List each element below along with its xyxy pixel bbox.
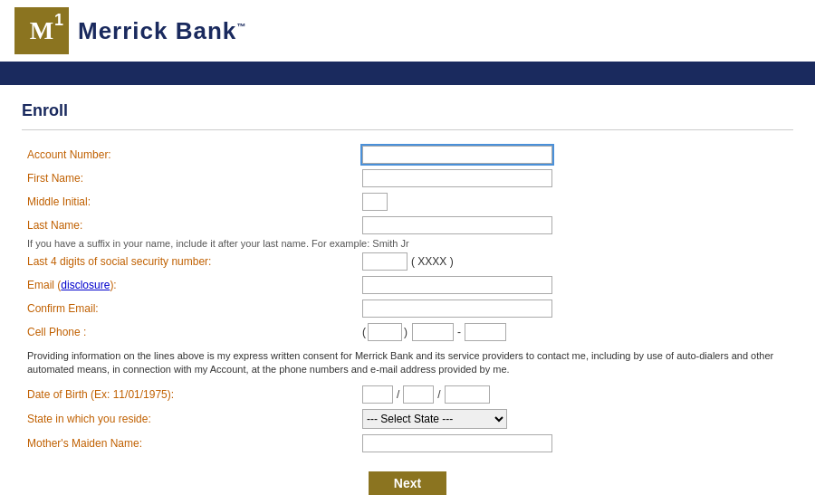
main-content: Enroll Account Number: First Name: Middl… — [0, 85, 815, 504]
next-button-row: Next — [22, 455, 793, 504]
state-label: State in which you reside: — [22, 406, 357, 432]
middle-initial-label: Middle Initial: — [22, 190, 357, 214]
dob-slash2: / — [437, 388, 440, 401]
middle-initial-input[interactable] — [362, 193, 388, 211]
maiden-name-cell — [357, 432, 793, 455]
dob-day-input[interactable] — [403, 385, 434, 404]
ssn-hint: ( XXXX ) — [411, 255, 454, 268]
account-number-row: Account Number: — [22, 143, 793, 166]
phone-area-input[interactable] — [368, 323, 402, 341]
ssn-cell: ( XXXX ) — [357, 250, 793, 273]
maiden-name-label: Mother's Maiden Name: — [22, 432, 357, 455]
logo-1-number: 1 — [54, 11, 63, 30]
confirm-email-input[interactable] — [362, 300, 552, 318]
dob-year-input[interactable] — [445, 385, 490, 404]
last-name-label: Last Name: — [22, 214, 357, 237]
suffix-note-row: If you have a suffix in your name, inclu… — [22, 237, 793, 250]
phone-number-input[interactable] — [465, 323, 506, 341]
state-cell: --- Select State ---AlabamaAlaskaArizona… — [357, 406, 793, 432]
enroll-form: Account Number: First Name: Middle Initi… — [22, 143, 793, 504]
email-cell — [357, 273, 793, 297]
first-name-label: First Name: — [22, 166, 357, 190]
logo-box: M 1 — [14, 7, 69, 54]
account-number-label: Account Number: — [22, 143, 357, 166]
phone-prefix-input[interactable] — [412, 323, 454, 341]
last-name-cell — [357, 214, 793, 237]
ssn-label: Last 4 digits of social security number: — [22, 250, 357, 273]
cell-phone-label: Cell Phone : — [22, 320, 357, 344]
suffix-note: If you have a suffix in your name, inclu… — [22, 237, 793, 250]
account-number-cell — [357, 143, 793, 166]
state-row: State in which you reside: --- Select St… — [22, 406, 793, 432]
ssn-row: Last 4 digits of social security number:… — [22, 250, 793, 273]
dob-cell: / / — [357, 383, 793, 406]
consent-text: Providing information on the lines above… — [22, 344, 793, 383]
cell-phone-cell: ( ) - — [357, 320, 793, 344]
header: M 1 Merrick Bank™ — [0, 0, 815, 65]
email-label: Email (disclosure): — [22, 273, 357, 297]
dob-row: Date of Birth (Ex: 11/01/1975): / / — [22, 383, 793, 406]
confirm-email-cell — [357, 297, 793, 320]
last-name-input[interactable] — [362, 216, 552, 234]
dob-month-input[interactable] — [362, 385, 393, 404]
consent-row: Providing information on the lines above… — [22, 344, 793, 383]
page-title: Enroll — [22, 101, 793, 120]
phone-dash: - — [457, 326, 461, 338]
disclosure-link[interactable]: disclosure — [61, 279, 110, 291]
maiden-name-row: Mother's Maiden Name: — [22, 432, 793, 455]
first-name-input[interactable] — [362, 169, 552, 187]
email-row: Email (disclosure): — [22, 273, 793, 297]
confirm-email-label: Confirm Email: — [22, 297, 357, 320]
divider — [22, 129, 793, 130]
ssn-input[interactable] — [362, 252, 408, 271]
account-number-input[interactable] — [362, 146, 552, 164]
phone-paren-close: ) — [404, 326, 408, 338]
navy-bar — [0, 65, 815, 85]
middle-initial-cell — [357, 190, 793, 214]
logo-m-letter: M — [30, 16, 53, 45]
next-button[interactable]: Next — [369, 471, 446, 495]
email-input[interactable] — [362, 276, 552, 294]
maiden-name-input[interactable] — [362, 434, 552, 452]
bank-name: Merrick Bank™ — [78, 17, 246, 45]
dob-label: Date of Birth (Ex: 11/01/1975): — [22, 383, 357, 406]
last-name-row: Last Name: — [22, 214, 793, 237]
first-name-cell — [357, 166, 793, 190]
dob-slash1: / — [397, 388, 399, 401]
cell-phone-row: Cell Phone : ( ) - — [22, 320, 793, 344]
middle-initial-row: Middle Initial: — [22, 190, 793, 214]
confirm-email-row: Confirm Email: — [22, 297, 793, 320]
first-name-row: First Name: — [22, 166, 793, 190]
state-select[interactable]: --- Select State ---AlabamaAlaskaArizona… — [362, 409, 507, 429]
phone-paren-open: ( — [362, 326, 366, 338]
